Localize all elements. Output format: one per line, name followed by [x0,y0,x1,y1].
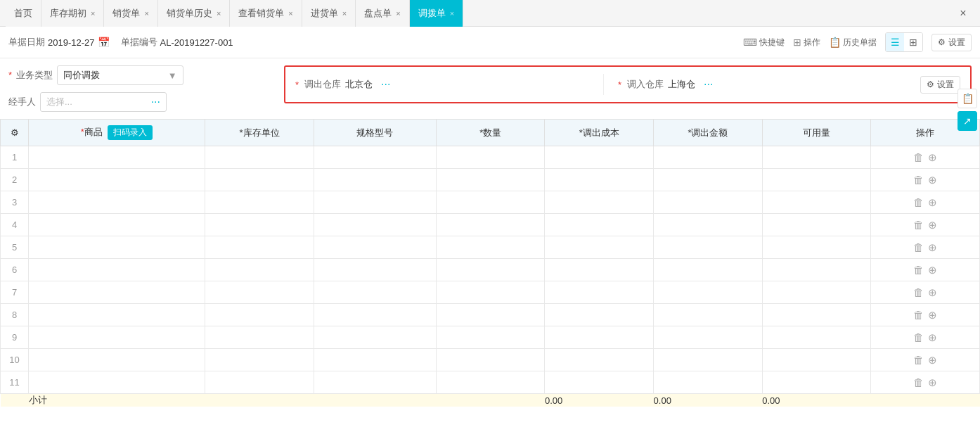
row-spec-8[interactable] [314,304,436,326]
th-settings[interactable]: ⚙ [1,120,29,146]
row-product-10[interactable] [29,349,205,371]
row-spec-9[interactable] [314,326,436,349]
tab-view-sales[interactable]: 查看销货单 × [230,0,302,27]
row-qty-8[interactable] [436,304,545,326]
copy-icon-7[interactable]: ⊕ [928,286,937,299]
row-qty-2[interactable] [436,169,545,191]
row-unit-10[interactable] [205,349,314,371]
delete-icon-4[interactable]: 🗑 [913,219,924,231]
row-qty-3[interactable] [436,191,545,214]
window-close-button[interactable]: × [952,2,974,25]
sidebar-export-button[interactable]: ↗ [958,111,977,131]
copy-icon-6[interactable]: ⊕ [928,264,937,276]
row-amount-10[interactable] [654,349,763,371]
row-amount-2[interactable] [654,169,763,191]
copy-icon-2[interactable]: ⊕ [928,174,937,186]
row-amount-3[interactable] [654,191,763,214]
tab-inventory-check[interactable]: 盘点单 × [356,0,409,27]
delete-icon-10[interactable]: 🗑 [913,354,924,366]
row-product-11[interactable] [29,371,205,394]
copy-icon-4[interactable]: ⊕ [928,219,937,231]
row-spec-11[interactable] [314,371,436,394]
row-qty-11[interactable] [436,371,545,394]
tab-sales-history[interactable]: 销货单历史 × [158,0,230,27]
row-spec-6[interactable] [314,259,436,281]
row-unit-7[interactable] [205,281,314,304]
row-qty-10[interactable] [436,349,545,371]
settings-button[interactable]: ⚙ 设置 [931,34,972,51]
row-product-1[interactable] [29,146,205,169]
row-cost-2[interactable] [545,169,654,191]
table-scroll-area[interactable]: ⚙ *商品 扫码录入 *库存单位 规格型号 *数量 *调出成本 *调出金额 可用… [0,119,980,446]
sidebar-list-button[interactable]: 📋 [958,89,977,108]
tab-inventory-check-close[interactable]: × [396,9,400,18]
row-unit-4[interactable] [205,214,314,236]
history-button[interactable]: 📋 历史单据 [829,37,877,49]
row-unit-6[interactable] [205,259,314,281]
delete-icon-9[interactable]: 🗑 [913,331,924,343]
copy-icon-9[interactable]: ⊕ [928,331,937,344]
row-cost-1[interactable] [545,146,654,169]
row-cost-11[interactable] [545,371,654,394]
row-cost-8[interactable] [545,304,654,326]
tab-purchase-close[interactable]: × [342,9,347,18]
row-cost-7[interactable] [545,281,654,304]
copy-icon-8[interactable]: ⊕ [928,309,937,321]
row-amount-9[interactable] [654,326,763,349]
row-spec-1[interactable] [314,146,436,169]
out-warehouse-more-icon[interactable]: ··· [381,78,390,91]
delete-icon-11[interactable]: 🗑 [913,376,924,388]
tab-sales-order-close[interactable]: × [144,9,148,18]
row-product-3[interactable] [29,191,205,214]
shortcuts-button[interactable]: ⌨ 快捷键 [743,37,785,49]
tab-transfer-close[interactable]: × [450,9,454,18]
delete-icon-3[interactable]: 🗑 [913,196,924,208]
handler-more-icon[interactable]: ··· [151,96,160,108]
tab-sales-history-close[interactable]: × [217,9,221,18]
copy-icon-11[interactable]: ⊕ [928,376,937,389]
tab-inventory-init[interactable]: 库存期初 × [41,0,104,27]
row-unit-11[interactable] [205,371,314,394]
delete-icon-8[interactable]: 🗑 [913,309,924,321]
row-cost-10[interactable] [545,349,654,371]
handler-select[interactable]: 选择... ··· [40,92,167,112]
row-amount-6[interactable] [654,259,763,281]
tab-inventory-init-close[interactable]: × [91,9,95,18]
delete-icon-6[interactable]: 🗑 [913,264,924,276]
operations-button[interactable]: ⊞ 操作 [793,37,820,49]
tab-transfer[interactable]: 调拨单 × [410,0,463,27]
row-unit-8[interactable] [205,304,314,326]
row-spec-10[interactable] [314,349,436,371]
tab-view-sales-close[interactable]: × [288,9,292,18]
row-product-6[interactable] [29,259,205,281]
row-product-9[interactable] [29,326,205,349]
tab-sales-order[interactable]: 销货单 × [104,0,157,27]
view-grid-button[interactable]: ⊞ [904,33,922,51]
row-unit-5[interactable] [205,236,314,259]
row-spec-5[interactable] [314,236,436,259]
row-spec-3[interactable] [314,191,436,214]
row-unit-9[interactable] [205,326,314,349]
row-amount-1[interactable] [654,146,763,169]
tab-purchase[interactable]: 进货单 × [302,0,356,27]
row-unit-2[interactable] [205,169,314,191]
copy-icon-3[interactable]: ⊕ [928,196,937,209]
copy-icon-5[interactable]: ⊕ [928,241,937,254]
delete-icon-2[interactable]: 🗑 [913,174,924,186]
view-list-button[interactable]: ☰ [886,33,904,51]
row-cost-3[interactable] [545,191,654,214]
copy-icon-1[interactable]: ⊕ [928,151,937,164]
row-qty-5[interactable] [436,236,545,259]
row-amount-11[interactable] [654,371,763,394]
delete-icon-1[interactable]: 🗑 [913,151,924,163]
row-product-8[interactable] [29,304,205,326]
row-product-5[interactable] [29,236,205,259]
row-amount-5[interactable] [654,236,763,259]
row-spec-4[interactable] [314,214,436,236]
row-qty-7[interactable] [436,281,545,304]
row-unit-3[interactable] [205,191,314,214]
row-qty-6[interactable] [436,259,545,281]
row-qty-1[interactable] [436,146,545,169]
row-product-2[interactable] [29,169,205,191]
row-amount-4[interactable] [654,214,763,236]
